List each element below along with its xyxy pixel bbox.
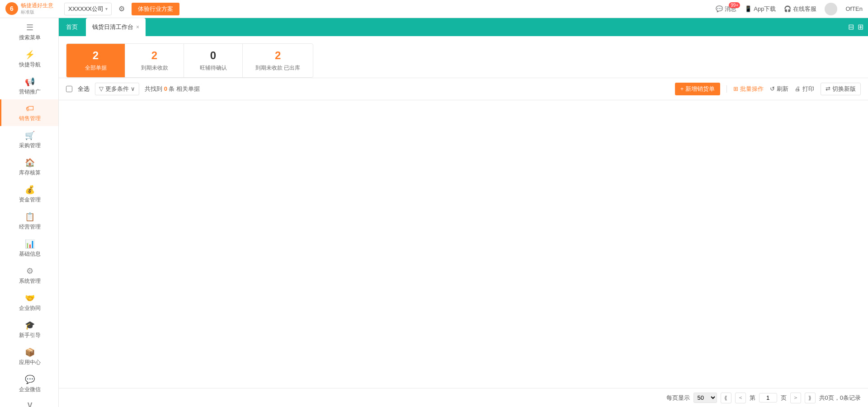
sidebar-item-operation[interactable]: 📋 经营管理 [0, 207, 58, 234]
first-page-button[interactable]: ⟪ [721, 393, 731, 403]
sales-icon: 🏷 [26, 104, 34, 113]
sidebar-item-finance[interactable]: 💰 资金管理 [0, 180, 58, 207]
logo-text: 畅捷通好生意 [21, 2, 53, 9]
sidebar-label: 系统管理 [19, 277, 41, 285]
avatar-name: OfTEn [845, 5, 863, 12]
sidebar-label: 快捷导航 [19, 61, 41, 69]
sidebar-item-wechat[interactable]: 💬 企业微信 [0, 370, 58, 397]
sidebar: ☰ 搜索菜单 ⚡ 快捷导航 📢 营销推广 🏷 销售管理 🛒 采购管理 🏠 库存核… [0, 18, 59, 407]
sidebar-item-marketing[interactable]: 📢 营销推广 [0, 72, 58, 99]
service-icon: 🎧 [784, 5, 791, 12]
sidebar-item-quick-nav[interactable]: ⚡ 快捷导航 [0, 45, 58, 72]
sidebar-label: 搜索菜单 [19, 34, 41, 42]
message-button[interactable]: 💬 消息 99+ [716, 5, 736, 13]
tab-expand-button[interactable]: ⊞ [858, 23, 863, 31]
operation-icon: 📋 [25, 212, 35, 222]
sidebar-label: 新手引导 [19, 332, 41, 339]
new-order-button[interactable]: + 新增销货单 [675, 83, 720, 95]
trial-button[interactable]: 体验行业方案 [132, 3, 179, 15]
prev-page-button[interactable]: ＜ [735, 393, 746, 403]
sidebar-label: 销售管理 [19, 115, 41, 122]
select-all-label: 全选 [78, 85, 90, 93]
sidebar-item-member[interactable]: V 畅会员 [0, 397, 58, 407]
sidebar-label: 资金管理 [19, 196, 41, 204]
sidebar-item-purchase[interactable]: 🛒 采购管理 [0, 126, 58, 153]
sidebar-item-inventory[interactable]: 🏠 库存核算 [0, 153, 58, 180]
tab-home[interactable]: 首页 [59, 18, 85, 36]
batch-icon: ⊞ [733, 85, 738, 92]
card-count-shipped: 2 [255, 49, 300, 62]
card-count-all: 2 [79, 49, 112, 62]
sidebar-item-system[interactable]: ⚙ 系统管理 [0, 262, 58, 289]
page-size-select[interactable]: 50 100 200 [693, 393, 717, 403]
print-button[interactable]: 🖨 打印 [795, 85, 814, 93]
refresh-button[interactable]: ↺ 刷新 [770, 85, 788, 93]
summary-card-shipped[interactable]: 2 到期未收款 已出库 [243, 44, 313, 77]
found-suffix: 条 相关单据 [169, 85, 200, 92]
page-label: 第 [750, 394, 755, 402]
company-selector[interactable]: XXXXXX公司 ▾ [64, 3, 112, 15]
filter-button[interactable]: ▽ 更多条件 ∨ [95, 83, 139, 95]
summary-card-overdue[interactable]: 2 到期未收款 [125, 44, 184, 77]
tab-label: 钱货日清工作台 [92, 23, 133, 31]
sidebar-item-app-center[interactable]: 📦 应用中心 [0, 343, 58, 370]
avatar[interactable] [825, 3, 837, 15]
card-label-all: 全部单据 [79, 64, 112, 72]
found-count: 0 [164, 85, 167, 92]
company-name: XXXXXX公司 [68, 5, 104, 13]
tab-bar-actions: ⊟ ⊞ [848, 23, 868, 31]
batch-label: 批量操作 [740, 85, 764, 93]
topbar-right: 💬 消息 99+ 📱 App下载 🎧 在线客服 OfTEn [716, 3, 863, 15]
system-icon: ⚙ [26, 266, 33, 276]
select-all-checkbox[interactable] [66, 86, 72, 92]
sidebar-item-basic-info[interactable]: 📊 基础信息 [0, 234, 58, 262]
card-label-shipped: 到期未收款 已出库 [255, 64, 300, 72]
per-page-label: 每页显示 [666, 394, 690, 402]
refresh-label: 刷新 [777, 85, 788, 93]
tab-work-station[interactable]: 钱货日清工作台 × [86, 18, 146, 36]
search-menu-icon: ☰ [26, 23, 33, 33]
sidebar-item-cooperation[interactable]: 🤝 企业协同 [0, 289, 58, 316]
sidebar-label: 库存核算 [19, 169, 41, 177]
finance-icon: 💰 [25, 185, 35, 195]
total-label: 共0页，0条记录 [819, 394, 861, 402]
switch-version-button[interactable]: ⇄ 切换新版 [821, 83, 861, 95]
filter-label: 更多条件 [105, 85, 129, 93]
online-service-button[interactable]: 🎧 在线客服 [784, 5, 816, 13]
card-label-overdue: 到期未收款 [138, 64, 171, 72]
guide-icon: 🎓 [25, 320, 35, 330]
message-badge: 99+ [729, 2, 740, 8]
page-suffix: 页 [781, 394, 787, 402]
sidebar-item-sales[interactable]: 🏷 销售管理 [0, 99, 58, 126]
sidebar-item-search-menu[interactable]: ☰ 搜索菜单 [0, 18, 58, 45]
summary-section: 2 全部单据 2 到期未收款 0 旺辅待确认 2 到期未收款 已出库 [59, 36, 868, 78]
member-icon: V [28, 402, 33, 407]
batch-button[interactable]: ⊞ 批量操作 [733, 85, 764, 93]
basic-info-icon: 📊 [25, 239, 35, 249]
toolbar: 全选 ▽ 更多条件 ∨ 共找到 0 条 相关单据 + 新增销货单 ⊞ 批 [59, 78, 868, 100]
next-page-button[interactable]: ＞ [790, 393, 801, 403]
pagination-bar: 每页显示 50 100 200 ⟪ ＜ 第 页 ＞ ⟫ 共0页，0条记录 [59, 388, 868, 407]
toolbar-right: + 新增销货单 ⊞ 批量操作 ↺ 刷新 🖨 打印 ⇄ [675, 83, 861, 95]
print-label: 打印 [802, 85, 814, 93]
last-page-button[interactable]: ⟫ [805, 393, 816, 403]
sidebar-label: 营销推广 [19, 88, 41, 96]
app-download-button[interactable]: 📱 App下载 [745, 5, 776, 13]
summary-card-wangfu[interactable]: 0 旺辅待确认 [184, 44, 243, 77]
tab-close-icon[interactable]: × [136, 24, 139, 30]
sidebar-item-guide[interactable]: 🎓 新手引导 [0, 316, 58, 343]
tab-minimize-button[interactable]: ⊟ [848, 23, 854, 31]
filter-chevron-icon: ∨ [131, 85, 135, 92]
settings-icon[interactable]: ⚙ [115, 3, 128, 15]
switch-icon: ⇄ [826, 85, 830, 92]
app-download-label: App下载 [754, 5, 776, 13]
summary-card-all[interactable]: 2 全部单据 [66, 44, 125, 77]
card-count-wangfu: 0 [197, 49, 230, 62]
filter-icon: ▽ [99, 85, 104, 92]
found-text: 共找到 0 条 相关单据 [145, 85, 200, 93]
tab-bar: 首页 钱货日清工作台 × ⊟ ⊞ [59, 18, 868, 36]
page-input[interactable] [759, 393, 777, 402]
divider [726, 85, 727, 93]
topbar: 6 畅捷通好生意 标准版 XXXXXX公司 ▾ ⚙ 体验行业方案 💬 消息 99… [0, 0, 868, 18]
logo-icon: 6 [5, 2, 18, 15]
